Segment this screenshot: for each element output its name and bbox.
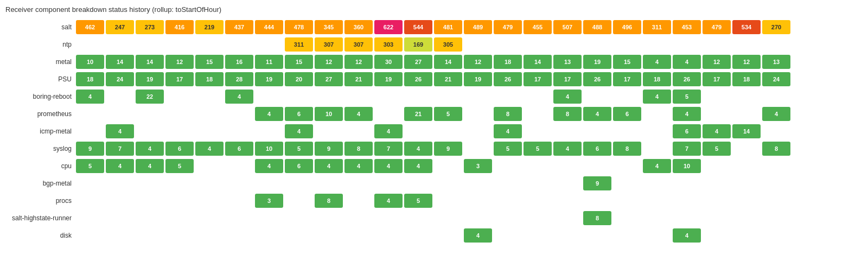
list-item[interactable]: 14: [524, 55, 552, 69]
list-item[interactable]: 15: [613, 55, 641, 69]
list-item[interactable]: 488: [583, 20, 611, 34]
list-item[interactable]: 26: [583, 72, 611, 86]
list-item[interactable]: 4: [106, 124, 134, 138]
list-item[interactable]: 311: [285, 37, 313, 52]
list-item[interactable]: 16: [225, 55, 253, 69]
list-item[interactable]: 17: [553, 72, 582, 86]
list-item[interactable]: 12: [703, 55, 731, 69]
list-item[interactable]: 10: [673, 159, 701, 173]
list-item[interactable]: 24: [106, 72, 134, 86]
list-item[interactable]: 12: [732, 55, 761, 69]
list-item[interactable]: 496: [613, 20, 641, 34]
list-item[interactable]: 345: [315, 20, 343, 34]
list-item[interactable]: 4: [583, 107, 611, 121]
list-item[interactable]: 6: [165, 142, 194, 156]
list-item[interactable]: 14: [106, 55, 134, 69]
list-item[interactable]: 4: [464, 228, 492, 243]
list-item[interactable]: 4: [374, 159, 403, 173]
list-item[interactable]: 17: [524, 72, 552, 86]
list-item[interactable]: 534: [732, 20, 761, 34]
list-item[interactable]: 6: [613, 107, 641, 121]
list-item[interactable]: 5: [703, 142, 731, 156]
list-item[interactable]: 18: [732, 72, 761, 86]
list-item[interactable]: 27: [404, 55, 432, 69]
list-item[interactable]: 26: [494, 72, 522, 86]
list-item[interactable]: 17: [613, 72, 641, 86]
list-item[interactable]: 360: [344, 20, 373, 34]
list-item[interactable]: 4: [673, 107, 701, 121]
list-item[interactable]: 247: [106, 20, 134, 34]
list-item[interactable]: 20: [285, 72, 313, 86]
list-item[interactable]: 14: [136, 55, 164, 69]
list-item[interactable]: 305: [434, 37, 462, 52]
list-item[interactable]: 22: [136, 90, 164, 104]
list-item[interactable]: 273: [136, 20, 164, 34]
list-item[interactable]: 19: [255, 72, 283, 86]
list-item[interactable]: 9: [583, 176, 611, 190]
list-item[interactable]: 4: [553, 90, 582, 104]
list-item[interactable]: 19: [374, 72, 403, 86]
list-item[interactable]: 8: [762, 142, 790, 156]
list-item[interactable]: 481: [434, 20, 462, 34]
list-item[interactable]: 4: [255, 159, 283, 173]
list-item[interactable]: 19: [583, 55, 611, 69]
list-item[interactable]: 21: [404, 107, 432, 121]
list-item[interactable]: 4: [76, 90, 104, 104]
list-item[interactable]: 4: [136, 159, 164, 173]
list-item[interactable]: 544: [404, 20, 432, 34]
list-item[interactable]: 4: [344, 107, 373, 121]
list-item[interactable]: 8: [494, 107, 522, 121]
list-item[interactable]: 5: [673, 90, 701, 104]
list-item[interactable]: 462: [76, 20, 104, 34]
list-item[interactable]: 4: [643, 159, 671, 173]
list-item[interactable]: 19: [136, 72, 164, 86]
list-item[interactable]: 21: [344, 72, 373, 86]
list-item[interactable]: 4: [673, 228, 701, 243]
list-item[interactable]: 479: [703, 20, 731, 34]
list-item[interactable]: 4: [404, 142, 432, 156]
list-item[interactable]: 10: [255, 142, 283, 156]
list-item[interactable]: 489: [464, 20, 492, 34]
list-item[interactable]: 507: [553, 20, 582, 34]
list-item[interactable]: 7: [374, 142, 403, 156]
list-item[interactable]: 7: [673, 142, 701, 156]
list-item[interactable]: 4: [404, 159, 432, 173]
list-item[interactable]: 311: [643, 20, 671, 34]
list-item[interactable]: 17: [165, 72, 194, 86]
list-item[interactable]: 444: [255, 20, 283, 34]
list-item[interactable]: 307: [315, 37, 343, 52]
list-item[interactable]: 14: [732, 124, 761, 138]
list-item[interactable]: 8: [344, 142, 373, 156]
list-item[interactable]: 9: [76, 142, 104, 156]
list-item[interactable]: 8: [583, 211, 611, 225]
list-item[interactable]: 5: [524, 142, 552, 156]
list-item[interactable]: 4: [225, 90, 253, 104]
list-item[interactable]: 5: [285, 142, 313, 156]
list-item[interactable]: 17: [703, 72, 731, 86]
list-item[interactable]: 18: [494, 55, 522, 69]
list-item[interactable]: 6: [583, 142, 611, 156]
list-item[interactable]: 4: [494, 124, 522, 138]
list-item[interactable]: 453: [673, 20, 701, 34]
list-item[interactable]: 3: [464, 159, 492, 173]
list-item[interactable]: 6: [673, 124, 701, 138]
list-item[interactable]: 5: [434, 107, 462, 121]
list-item[interactable]: 9: [315, 142, 343, 156]
list-item[interactable]: 4: [553, 142, 582, 156]
list-item[interactable]: 19: [464, 72, 492, 86]
list-item[interactable]: 3: [255, 194, 283, 208]
list-item[interactable]: 28: [225, 72, 253, 86]
list-item[interactable]: 18: [643, 72, 671, 86]
list-item[interactable]: 8: [315, 194, 343, 208]
list-item[interactable]: 6: [225, 142, 253, 156]
list-item[interactable]: 8: [613, 142, 641, 156]
list-item[interactable]: 10: [76, 55, 104, 69]
list-item[interactable]: 14: [434, 55, 462, 69]
list-item[interactable]: 5: [494, 142, 522, 156]
list-item[interactable]: 4: [285, 124, 313, 138]
list-item[interactable]: 4: [195, 142, 224, 156]
list-item[interactable]: 4: [374, 194, 403, 208]
list-item[interactable]: 21: [434, 72, 462, 86]
list-item[interactable]: 4: [643, 55, 671, 69]
list-item[interactable]: 12: [315, 55, 343, 69]
